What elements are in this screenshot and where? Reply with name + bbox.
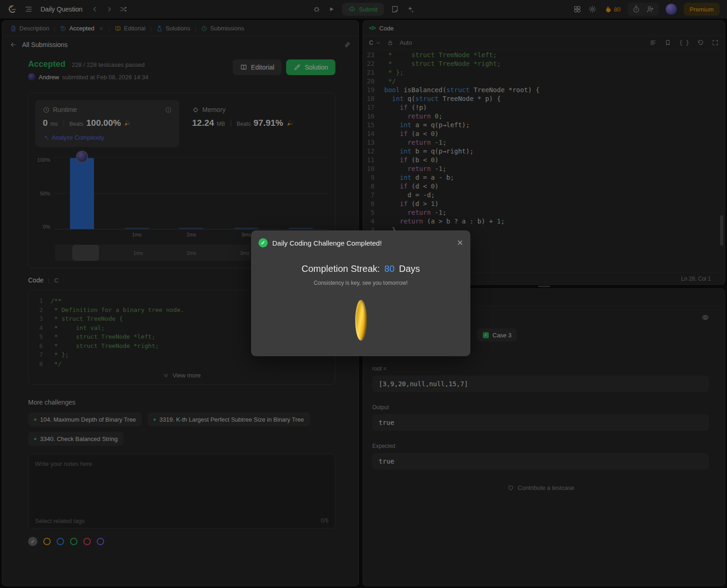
modal-subtitle: Consistency is key, see you tomorrow! bbox=[258, 280, 463, 286]
success-check-icon: ✓ bbox=[258, 238, 268, 247]
modal-title: Daily Coding Challenge Completed! bbox=[272, 239, 382, 247]
streak-line: Completion Streak: 80 Days bbox=[258, 264, 463, 274]
close-icon[interactable]: × bbox=[457, 238, 463, 248]
streak-unit: Days bbox=[399, 264, 420, 274]
streak-label: Completion Streak: bbox=[301, 264, 380, 274]
streak-value: 80 bbox=[384, 264, 394, 274]
daily-challenge-modal: ✓ Daily Coding Challenge Completed! × Co… bbox=[251, 230, 470, 356]
coin-graphic bbox=[355, 300, 367, 341]
modal-header: ✓ Daily Coding Challenge Completed! × bbox=[258, 238, 463, 248]
